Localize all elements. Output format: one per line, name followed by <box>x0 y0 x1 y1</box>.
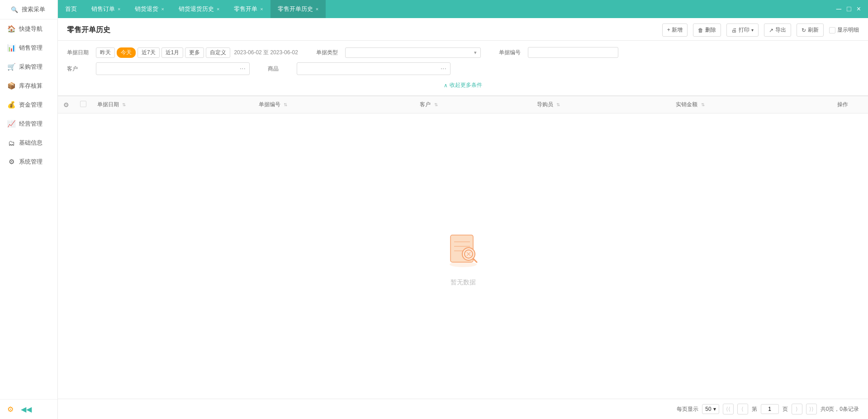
sidebar-item-finance[interactable]: 💰资金管理 <box>0 95 57 114</box>
svg-line-8 <box>473 259 477 262</box>
last-page-button[interactable]: ⟩⟩ <box>806 404 817 414</box>
tab-close-sales-order[interactable]: × <box>118 6 120 12</box>
date-btn-昨天[interactable]: 昨天 <box>96 47 115 58</box>
sidebar-menu: 🏠快捷导航📊销售管理🛒采购管理📦库存核算💰资金管理📈经营管理🗂基础信息⚙系统管理 <box>0 19 57 399</box>
total-info: 共0页，0条记录 <box>821 405 859 413</box>
date-btn-自定义[interactable]: 自定义 <box>206 47 230 58</box>
goods-input[interactable]: ··· <box>297 62 451 75</box>
order-type-select[interactable]: ▾ <box>345 47 481 58</box>
sidebar-item-sales-mgmt[interactable]: 📊销售管理 <box>0 38 57 57</box>
page-size-select[interactable]: 50 ▾ <box>702 404 719 414</box>
sidebar-icon-quick-nav: 🏠 <box>7 25 15 33</box>
page-size-value: 50 <box>705 406 711 412</box>
order-no-input[interactable] <box>528 47 618 58</box>
data-table: ⚙ 单据日期 ⇅ 单据编号 ⇅ 客户 ⇅ <box>58 96 868 113</box>
page-header: 零售开单历史 + 新增 🗑 删除 🖨 打印 ▾ ↗ 导出 ↻ 刷新 显 <box>58 18 868 41</box>
collapse-button[interactable]: ∧ 收起更多条件 <box>444 81 482 89</box>
th-date[interactable]: 单据日期 ⇅ <box>92 96 253 113</box>
sidebar-item-purchase-mgmt[interactable]: 🛒采购管理 <box>0 57 57 76</box>
page-title: 零售开单历史 <box>67 25 110 35</box>
tab-label-sales-return: 销货退货 <box>135 5 158 13</box>
tab-label-sales-return-history: 销货退货历史 <box>179 5 214 13</box>
settings-icon[interactable]: ⚙ <box>7 405 14 414</box>
tab-retail-open[interactable]: 零售开单× <box>227 0 270 18</box>
tab-retail-open-history[interactable]: 零售开单历史× <box>270 0 326 18</box>
sort-amount-icon: ⇅ <box>701 102 705 107</box>
select-all-checkbox[interactable] <box>80 101 86 107</box>
close-button[interactable]: × <box>855 3 863 15</box>
sidebar-icon-inventory: 📦 <box>7 82 15 90</box>
sidebar-item-operations[interactable]: 📈经营管理 <box>0 114 57 133</box>
date-btn-更多[interactable]: 更多 <box>185 47 204 58</box>
collapse-label: 收起更多条件 <box>450 81 482 89</box>
tab-sales-order[interactable]: 销售订单× <box>84 0 128 18</box>
sidebar-label-finance: 资金管理 <box>19 101 43 109</box>
sidebar-item-sys-mgmt[interactable]: ⚙系统管理 <box>0 152 57 171</box>
tab-close-retail-open-history[interactable]: × <box>316 6 318 12</box>
refresh-icon: ↻ <box>802 27 806 33</box>
sort-customer-icon: ⇅ <box>434 102 438 107</box>
th-customer[interactable]: 客户 ⇅ <box>414 96 531 113</box>
search-icon: 🔍 <box>11 6 18 13</box>
toolbar: + 新增 🗑 删除 🖨 打印 ▾ ↗ 导出 ↻ 刷新 显示明细 <box>662 24 859 37</box>
customer-input[interactable]: ··· <box>96 62 250 75</box>
window-controls: ─ □ × <box>835 3 868 15</box>
display-detail-toggle[interactable]: 显示明细 <box>829 26 859 34</box>
page-number-input[interactable]: 1 <box>761 404 779 414</box>
date-btn-今天[interactable]: 今天 <box>117 47 136 58</box>
table-area: ⚙ 单据日期 ⇅ 单据编号 ⇅ 客户 ⇅ <box>58 96 868 419</box>
goods-label: 商品 <box>268 65 293 73</box>
sidebar-icon-operations: 📈 <box>7 120 15 128</box>
collapse-icon[interactable]: ◀◀ <box>21 405 32 414</box>
page-size-label: 每页显示 <box>677 405 698 413</box>
tab-close-sales-return-history[interactable]: × <box>217 6 219 12</box>
goods-browse-icon[interactable]: ··· <box>441 65 446 73</box>
minimize-button[interactable]: ─ <box>835 3 843 15</box>
page-label-pre: 第 <box>752 405 757 413</box>
export-button[interactable]: ↗ 导出 <box>764 24 791 37</box>
sidebar-icon-finance: 💰 <box>7 101 15 109</box>
tab-sales-return-history[interactable]: 销货退货历史× <box>171 0 227 18</box>
column-settings-icon[interactable]: ⚙ <box>63 101 69 108</box>
order-type-label: 单据类型 <box>316 49 342 56</box>
sidebar-item-basic-info[interactable]: 🗂基础信息 <box>0 133 57 152</box>
add-button[interactable]: + 新增 <box>662 24 688 37</box>
sidebar-icon-basic-info: 🗂 <box>7 139 15 147</box>
tab-label-home: 首页 <box>65 5 77 13</box>
empty-text: 暂无数据 <box>451 278 476 287</box>
th-no[interactable]: 单据编号 ⇅ <box>253 96 415 113</box>
sidebar-label-operations: 经营管理 <box>19 120 43 128</box>
customer-label: 客户 <box>67 65 92 73</box>
sidebar-search-label: 搜索采单 <box>22 5 45 14</box>
tab-home[interactable]: 首页 <box>58 0 84 18</box>
refresh-button[interactable]: ↻ 刷新 <box>797 24 824 37</box>
delete-button[interactable]: 🗑 删除 <box>693 24 721 37</box>
th-amount[interactable]: 实销金额 ⇅ <box>670 96 832 113</box>
pagination-bar: 每页显示 50 ▾ ⟨⟨ ⟨ 第 1 页 ⟩ ⟩⟩ 共0页，0条记录 <box>58 399 868 419</box>
order-type-chevron-icon: ▾ <box>474 50 477 56</box>
top-nav: 首页销售订单×销货退货×销货退货历史×零售开单×零售开单历史× ─ □ × <box>58 0 868 18</box>
page-label-post: 页 <box>783 405 788 413</box>
first-page-button[interactable]: ⟨⟨ <box>723 404 734 414</box>
sort-salesperson-icon: ⇅ <box>556 102 560 107</box>
date-filter-buttons: 昨天今天近7天近1月更多自定义 <box>96 47 230 58</box>
print-button[interactable]: 🖨 打印 ▾ <box>726 24 759 37</box>
tab-close-retail-open[interactable]: × <box>260 6 263 12</box>
empty-state: 暂无数据 <box>58 113 868 399</box>
sidebar-search[interactable]: 🔍 搜索采单 <box>0 0 57 19</box>
export-icon: ↗ <box>769 27 773 33</box>
sidebar-item-inventory[interactable]: 📦库存核算 <box>0 76 57 95</box>
next-page-button[interactable]: ⟩ <box>792 404 802 414</box>
tab-sales-return[interactable]: 销货退货× <box>128 0 171 18</box>
sidebar-item-quick-nav[interactable]: 🏠快捷导航 <box>0 19 57 38</box>
filter-row-customer: 客户 ··· 商品 ··· <box>67 62 859 75</box>
th-salesperson[interactable]: 导购员 ⇅ <box>531 96 671 113</box>
tab-close-sales-return[interactable]: × <box>161 6 164 12</box>
date-btn-近7天[interactable]: 近7天 <box>138 47 160 58</box>
customer-browse-icon[interactable]: ··· <box>240 65 246 73</box>
prev-page-button[interactable]: ⟨ <box>737 404 748 414</box>
sidebar-bottom: ⚙ ◀◀ <box>0 399 57 419</box>
sort-no-icon: ⇅ <box>284 102 287 107</box>
maximize-button[interactable]: □ <box>845 3 853 15</box>
date-btn-近1月[interactable]: 近1月 <box>161 47 184 58</box>
